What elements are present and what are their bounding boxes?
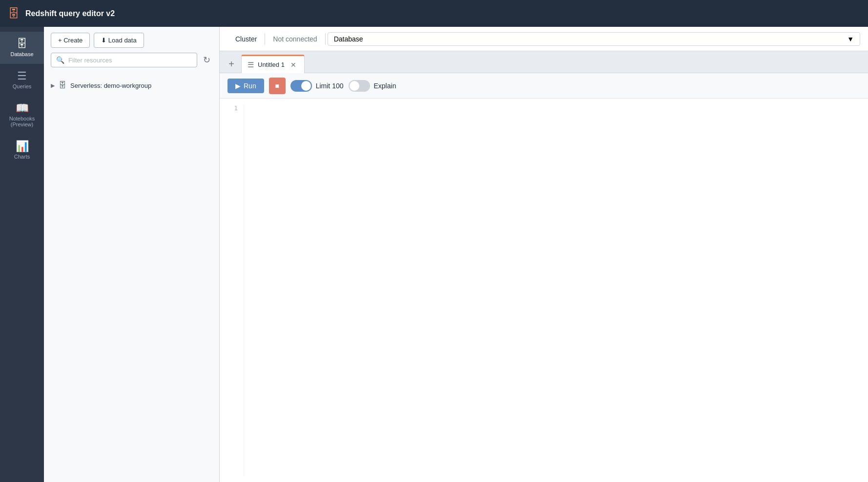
action-buttons: + Create ⬇ Load data bbox=[51, 33, 212, 48]
tree-workgroup-label: Serverless: demo-workgroup bbox=[70, 82, 151, 89]
database-nav-icon: 🗄 bbox=[17, 39, 27, 49]
sidebar-item-charts[interactable]: 📊 Charts bbox=[0, 134, 44, 166]
refresh-button[interactable]: ↻ bbox=[201, 53, 212, 67]
limit-toggle[interactable] bbox=[290, 80, 312, 92]
database-icon: 🗄 bbox=[8, 7, 20, 20]
stop-button[interactable]: ■ bbox=[269, 78, 286, 94]
resource-panel-header: + Create ⬇ Load data 🔍 ↻ bbox=[44, 27, 219, 73]
tab-query-icon: ☰ bbox=[248, 60, 254, 69]
sidebar-item-queries[interactable]: ☰ Queries bbox=[0, 64, 44, 96]
search-icon: 🔍 bbox=[56, 56, 64, 64]
explain-label: Explain bbox=[374, 82, 396, 90]
code-area[interactable] bbox=[244, 104, 868, 476]
notebooks-nav-icon: 📖 bbox=[16, 103, 29, 114]
sidebar-queries-label: Queries bbox=[13, 83, 32, 89]
tree-db-icon: 🗄 bbox=[59, 81, 66, 90]
query-editor-container: ▶ Run ■ Limit 100 Explain bbox=[220, 73, 868, 482]
tab-close-button[interactable]: ✕ bbox=[289, 60, 298, 70]
tree-chevron-icon: ▶ bbox=[51, 82, 55, 89]
tabs-bar: + ☰ Untitled 1 ✕ bbox=[220, 51, 868, 73]
line-numbers: 1 bbox=[220, 104, 244, 476]
search-row: 🔍 ↻ bbox=[51, 53, 212, 67]
resource-tree: ▶ 🗄 Serverless: demo-workgroup bbox=[44, 73, 219, 98]
run-play-icon: ▶ bbox=[235, 82, 241, 90]
search-input[interactable] bbox=[68, 57, 192, 64]
database-dropdown-label: Database bbox=[334, 35, 363, 43]
dropdown-chevron-icon: ▼ bbox=[847, 35, 854, 43]
limit-toggle-knob bbox=[301, 81, 311, 91]
limit-label: Limit 100 bbox=[316, 82, 344, 90]
create-button[interactable]: + Create bbox=[51, 33, 90, 48]
explain-toggle-group: Explain bbox=[349, 80, 396, 92]
resource-panel: + Create ⬇ Load data 🔍 ↻ ▶ 🗄 Serverless:… bbox=[44, 27, 220, 482]
sidebar-item-notebooks[interactable]: 📖 Notebooks (Preview) bbox=[0, 96, 44, 134]
limit-toggle-group: Limit 100 bbox=[290, 80, 344, 92]
connection-status: Not connected bbox=[265, 35, 325, 43]
sidebar-item-database[interactable]: 🗄 Database bbox=[0, 32, 44, 64]
content-area: Cluster Not connected Database ▼ + ☰ Unt… bbox=[220, 27, 868, 482]
code-editor: 1 bbox=[220, 99, 868, 482]
cluster-label[interactable]: Cluster bbox=[227, 35, 265, 43]
explain-toggle-knob bbox=[350, 81, 359, 91]
conn-divider-2 bbox=[325, 33, 326, 45]
run-button-label: Run bbox=[244, 82, 256, 90]
query-toolbar: ▶ Run ■ Limit 100 Explain bbox=[220, 73, 868, 99]
tab-untitled-1[interactable]: ☰ Untitled 1 ✕ bbox=[241, 55, 305, 73]
load-data-button[interactable]: ⬇ Load data bbox=[94, 33, 144, 48]
sidebar-notebooks-label: Notebooks (Preview) bbox=[9, 116, 35, 127]
sidebar-database-label: Database bbox=[10, 51, 33, 57]
main-layout: 🗄 Database ☰ Queries 📖 Notebooks (Previe… bbox=[0, 27, 868, 482]
run-button[interactable]: ▶ Run bbox=[227, 79, 264, 93]
queries-nav-icon: ☰ bbox=[17, 71, 27, 81]
database-dropdown[interactable]: Database ▼ bbox=[328, 32, 860, 46]
stop-icon: ■ bbox=[275, 82, 279, 90]
sidebar-icons: 🗄 Database ☰ Queries 📖 Notebooks (Previe… bbox=[0, 27, 44, 482]
line-number-1: 1 bbox=[226, 104, 238, 112]
search-box: 🔍 bbox=[51, 53, 197, 67]
app-header: 🗄 Redshift query editor v2 bbox=[0, 0, 868, 27]
app-title: Redshift query editor v2 bbox=[25, 9, 115, 18]
charts-nav-icon: 📊 bbox=[16, 141, 29, 152]
connection-bar: Cluster Not connected Database ▼ bbox=[220, 27, 868, 51]
add-tab-button[interactable]: + bbox=[224, 56, 239, 72]
sidebar-charts-label: Charts bbox=[14, 154, 30, 160]
explain-toggle[interactable] bbox=[349, 80, 370, 92]
tree-workgroup-item[interactable]: ▶ 🗄 Serverless: demo-workgroup bbox=[44, 77, 219, 94]
tab-label: Untitled 1 bbox=[258, 61, 285, 68]
